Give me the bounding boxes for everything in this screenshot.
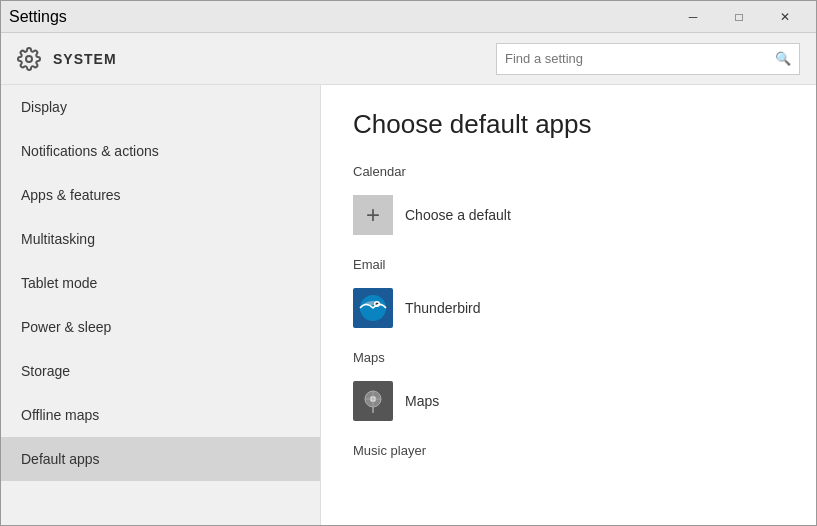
- title-bar-left: Settings: [9, 8, 67, 26]
- section-label-email: Email: [353, 257, 784, 272]
- sidebar-item-default-apps[interactable]: Default apps: [1, 437, 320, 481]
- section-label-calendar: Calendar: [353, 164, 784, 179]
- sidebar-item-notifications[interactable]: Notifications & actions: [1, 129, 320, 173]
- app-window: Settings ─ □ ✕ SYSTEM 🔍 Display Notifica…: [0, 0, 817, 526]
- gear-icon: [17, 47, 41, 71]
- maximize-button[interactable]: □: [716, 1, 762, 33]
- sidebar-item-tablet-mode[interactable]: Tablet mode: [1, 261, 320, 305]
- section-label-maps: Maps: [353, 350, 784, 365]
- app-item-maps[interactable]: Maps: [353, 375, 784, 427]
- close-button[interactable]: ✕: [762, 1, 808, 33]
- sidebar-item-multitasking[interactable]: Multitasking: [1, 217, 320, 261]
- email-app-icon: [353, 288, 393, 328]
- maps-app-name: Maps: [405, 393, 439, 409]
- search-icon: 🔍: [775, 51, 791, 66]
- calendar-app-name: Choose a default: [405, 207, 511, 223]
- main-content: Display Notifications & actions Apps & f…: [1, 85, 816, 525]
- app-header-left: SYSTEM: [17, 47, 117, 71]
- maps-app-icon: [353, 381, 393, 421]
- sidebar: Display Notifications & actions Apps & f…: [1, 85, 321, 525]
- svg-point-0: [26, 56, 32, 62]
- sidebar-item-apps-features[interactable]: Apps & features: [1, 173, 320, 217]
- page-title: Choose default apps: [353, 109, 784, 140]
- app-item-calendar[interactable]: + Choose a default: [353, 189, 784, 241]
- content-area: Choose default apps Calendar + Choose a …: [321, 85, 816, 525]
- sidebar-item-power-sleep[interactable]: Power & sleep: [1, 305, 320, 349]
- sidebar-item-display[interactable]: Display: [1, 85, 320, 129]
- email-app-name: Thunderbird: [405, 300, 481, 316]
- sidebar-item-offline-maps[interactable]: Offline maps: [1, 393, 320, 437]
- title-bar-controls: ─ □ ✕: [670, 1, 808, 33]
- section-label-music-player: Music player: [353, 443, 784, 458]
- minimize-button[interactable]: ─: [670, 1, 716, 33]
- search-input[interactable]: [505, 51, 775, 66]
- calendar-app-icon: +: [353, 195, 393, 235]
- app-header: SYSTEM 🔍: [1, 33, 816, 85]
- app-title: SYSTEM: [53, 51, 117, 67]
- title-bar: Settings ─ □ ✕: [1, 1, 816, 33]
- window-title: Settings: [9, 8, 67, 26]
- app-item-email[interactable]: Thunderbird: [353, 282, 784, 334]
- sidebar-item-storage[interactable]: Storage: [1, 349, 320, 393]
- search-box[interactable]: 🔍: [496, 43, 800, 75]
